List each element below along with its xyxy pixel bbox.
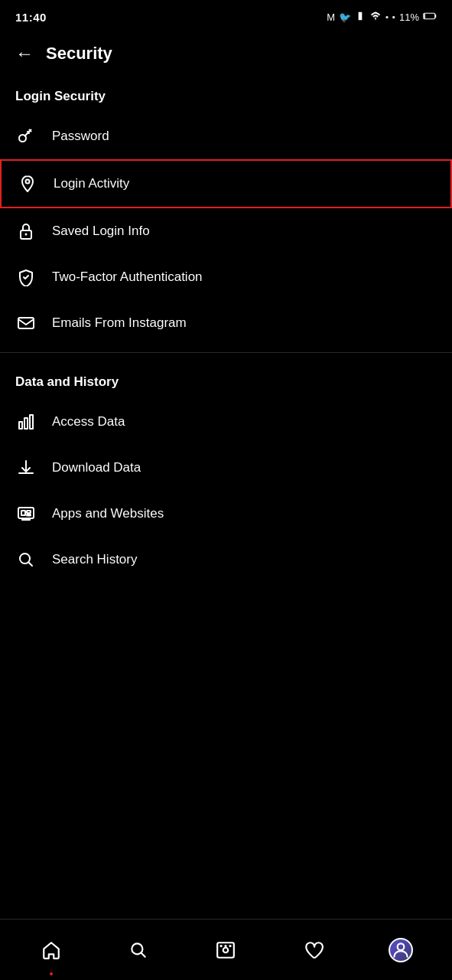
svg-rect-13: [27, 511, 31, 513]
avatar: [389, 938, 413, 962]
two-factor-label: Two-Factor Authentication: [52, 270, 203, 285]
search-icon: [15, 549, 37, 570]
back-button[interactable]: ←: [15, 43, 34, 64]
status-time: 11:40: [15, 11, 47, 24]
password-label: Password: [52, 129, 109, 144]
heart-icon: [304, 940, 324, 960]
login-activity-label: Login Activity: [54, 176, 129, 191]
svg-rect-14: [27, 514, 31, 516]
password-item[interactable]: Password: [0, 113, 452, 159]
vibrate-icon: [355, 11, 366, 24]
header: ← Security: [0, 34, 452, 74]
wifi-icon: [369, 11, 382, 24]
monitor-icon: [15, 503, 37, 524]
page-title: Security: [46, 44, 112, 64]
key-icon: [15, 126, 37, 147]
download-data-item[interactable]: Download Data: [0, 445, 452, 491]
search-history-label: Search History: [52, 552, 137, 567]
battery-icon: [423, 11, 437, 23]
data-history-header: Data and History: [0, 359, 452, 399]
search-nav-icon: [128, 940, 148, 960]
two-factor-item[interactable]: Two-Factor Authentication: [0, 254, 452, 300]
mail-icon: [15, 312, 37, 334]
home-icon: [41, 940, 61, 960]
lock-icon: [15, 220, 37, 242]
login-activity-item[interactable]: Login Activity: [0, 159, 452, 208]
svg-point-20: [225, 944, 227, 946]
download-icon: [15, 457, 37, 479]
battery-text: 11%: [399, 11, 419, 23]
emails-item[interactable]: Emails From Instagram: [0, 300, 452, 346]
svg-point-18: [223, 947, 229, 952]
location-icon: [17, 173, 38, 194]
svg-rect-12: [21, 511, 25, 515]
svg-point-21: [229, 944, 232, 946]
reels-icon: [216, 940, 236, 960]
section-divider: [0, 352, 452, 353]
status-bar: 11:40 M 🐦 ▪ ▪ 11%: [0, 0, 452, 34]
data-history-section: Data and History Access Data Download Da…: [0, 359, 452, 583]
login-security-header: Login Security: [0, 74, 452, 113]
access-data-item[interactable]: Access Data: [0, 399, 452, 445]
svg-point-5: [25, 234, 28, 236]
nav-profile[interactable]: [382, 931, 420, 969]
gmail-icon: M: [327, 11, 335, 23]
svg-point-19: [220, 944, 223, 946]
sim-icon: ▪: [385, 12, 389, 21]
shield-icon: [15, 266, 37, 288]
sim2-icon: ▪: [392, 12, 395, 21]
svg-point-3: [26, 180, 30, 184]
svg-rect-8: [24, 418, 28, 429]
bar-chart-icon: [15, 411, 37, 433]
apps-websites-item[interactable]: Apps and Websites: [0, 491, 452, 537]
access-data-label: Access Data: [52, 414, 125, 430]
svg-point-22: [398, 943, 405, 950]
bottom-nav: [0, 919, 452, 980]
svg-rect-7: [19, 422, 22, 429]
svg-rect-1: [424, 14, 426, 18]
nav-search[interactable]: [119, 931, 158, 969]
saved-login-item[interactable]: Saved Login Info: [0, 208, 452, 254]
nav-home[interactable]: [32, 931, 70, 969]
svg-rect-9: [30, 415, 33, 429]
emails-label: Emails From Instagram: [52, 315, 187, 331]
twitter-icon: 🐦: [339, 11, 351, 23]
download-data-label: Download Data: [52, 460, 141, 475]
nav-heart[interactable]: [294, 931, 333, 969]
apps-websites-label: Apps and Websites: [52, 506, 164, 521]
saved-login-label: Saved Login Info: [52, 224, 150, 239]
status-icons: M 🐦 ▪ ▪ 11%: [327, 11, 437, 24]
svg-rect-6: [18, 318, 34, 328]
nav-reels[interactable]: [206, 931, 245, 969]
login-security-section: Login Security Password Login Activity: [0, 74, 452, 346]
search-history-item[interactable]: Search History: [0, 537, 452, 583]
